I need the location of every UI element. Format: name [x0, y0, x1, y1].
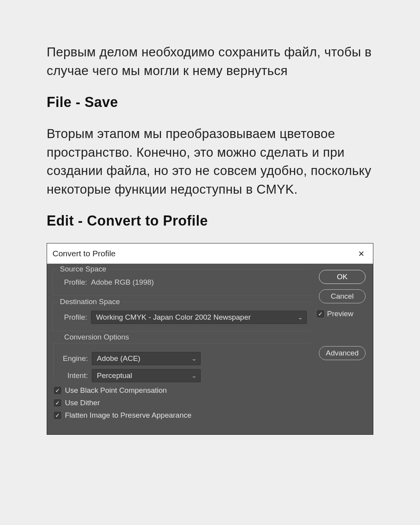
chevron-down-icon: ⌄: [191, 373, 197, 379]
advanced-button[interactable]: Advanced: [319, 346, 366, 360]
chevron-down-icon: ⌄: [298, 315, 303, 320]
source-space-legend: Source Space: [58, 265, 108, 273]
destination-profile-value: Working CMYK - Japan Color 2002 Newspape…: [96, 313, 251, 322]
intro-paragraph-1: Первым делом необходимо сохранить файл, …: [47, 43, 373, 80]
source-profile-label: Profile:: [60, 278, 87, 287]
dialog-title: Convert to Profile: [52, 249, 116, 258]
engine-label: Engine:: [61, 354, 88, 363]
ok-button[interactable]: OK: [319, 270, 366, 284]
black-point-checkbox-row[interactable]: Use Black Point Compensation: [54, 386, 312, 395]
destination-space-legend: Destination Space: [58, 298, 122, 306]
convert-to-profile-dialog: Convert to Profile × Source Space Profil…: [47, 243, 373, 435]
intent-select[interactable]: Perceptual ⌄: [92, 369, 201, 382]
intent-label: Intent:: [61, 371, 88, 380]
close-icon[interactable]: ×: [356, 248, 367, 259]
dialog-titlebar: Convert to Profile ×: [47, 243, 373, 264]
checkbox-checked-icon: [54, 399, 61, 406]
source-profile-value: Adobe RGB (1998): [91, 278, 154, 287]
destination-space-group: Destination Space Profile: Working CMYK …: [52, 302, 312, 331]
checkbox-checked-icon: [54, 412, 61, 419]
conversion-options-group: Conversion Options Engine: Adobe (ACE) ⌄…: [52, 338, 312, 427]
intent-value: Perceptual: [97, 371, 132, 380]
destination-profile-select[interactable]: Working CMYK - Japan Color 2002 Newspape…: [91, 311, 307, 324]
chevron-down-icon: ⌄: [191, 356, 197, 362]
black-point-label: Use Black Point Compensation: [65, 386, 167, 395]
heading-convert-to-profile: Edit - Convert to Profile: [47, 213, 373, 229]
use-dither-checkbox-row[interactable]: Use Dither: [54, 399, 312, 407]
conversion-options-legend: Conversion Options: [62, 333, 131, 341]
cancel-button[interactable]: Cancel: [319, 289, 366, 303]
engine-select[interactable]: Adobe (ACE) ⌄: [92, 352, 201, 365]
destination-profile-label: Profile:: [60, 313, 87, 322]
use-dither-label: Use Dither: [65, 399, 100, 407]
engine-value: Adobe (ACE): [97, 354, 140, 363]
checkbox-checked-icon: [317, 310, 324, 317]
heading-file-save: File - Save: [47, 94, 373, 110]
intro-paragraph-2: Вторым этапом мы преобразовываем цветово…: [47, 124, 373, 199]
preview-label: Preview: [327, 310, 354, 318]
checkbox-checked-icon: [54, 387, 61, 394]
flatten-image-label: Flatten Image to Preserve Appearance: [65, 411, 191, 420]
source-space-group: Source Space Profile: Adobe RGB (1998): [52, 269, 312, 296]
preview-checkbox-row[interactable]: Preview: [317, 310, 354, 318]
flatten-image-checkbox-row[interactable]: Flatten Image to Preserve Appearance: [54, 411, 312, 420]
